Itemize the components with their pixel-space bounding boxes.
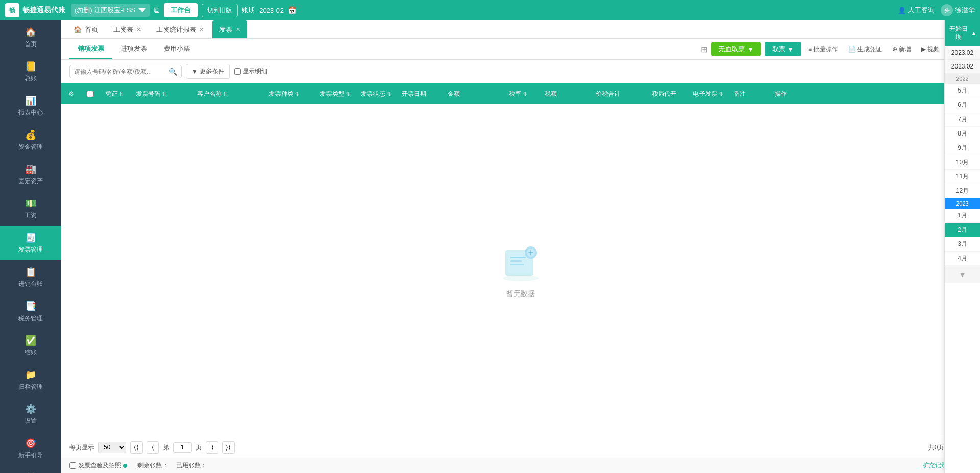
th-setting[interactable]: ⚙ <box>65 90 84 97</box>
sidebar-item-invoices[interactable]: 🧾 发票管理 <box>0 226 61 260</box>
th-total[interactable]: 价税合计 <box>593 89 649 98</box>
th-customer[interactable]: 客户名称 ⇅ <box>194 89 266 98</box>
period-month-11[interactable]: 11月 <box>945 170 980 184</box>
period-entry-2023-02-second[interactable]: 2023.02 <box>945 60 980 74</box>
page-number-input[interactable] <box>173 442 192 453</box>
period-month-6[interactable]: 6月 <box>945 98 980 112</box>
th-action[interactable]: 操作 <box>772 89 802 98</box>
tab-payroll-table-close[interactable]: ✕ <box>136 26 141 33</box>
prev-page-button[interactable]: ⟨ <box>147 441 159 454</box>
sidebar-item-guide[interactable]: 🎯 新手引导 <box>0 432 61 466</box>
period-month-12[interactable]: 12月 <box>945 184 980 198</box>
page-size-select[interactable]: 50 20 100 <box>98 442 126 453</box>
th-tax-code[interactable]: 税局代开 <box>649 89 690 98</box>
sidebar-item-ledger[interactable]: 📒 总账 <box>0 55 61 89</box>
period-panel-header[interactable]: 开始日期 ▲ <box>945 20 980 46</box>
video-button[interactable]: ▶ 视频 <box>918 43 943 56</box>
year-2022-label: 2022 <box>956 76 968 82</box>
period-month-2023-1[interactable]: 1月 <box>945 209 980 223</box>
sidebar-item-archive[interactable]: 📁 归档管理 <box>0 363 61 397</box>
workspace-button[interactable]: 工作台 <box>164 3 198 17</box>
show-detail-wrap[interactable]: 显示明细 <box>234 67 267 76</box>
period-entry-label-first: 2023.02 <box>951 49 973 56</box>
sidebar-label-settings: 设置 <box>25 417 37 425</box>
sidebar-item-payroll[interactable]: 💵 工资 <box>0 192 61 226</box>
th-date[interactable]: 开票日期 <box>399 89 445 98</box>
sidebar-item-reports[interactable]: 📊 报表中心 <box>0 89 61 123</box>
generate-voucher-button[interactable]: 📄 生成凭证 <box>845 43 885 56</box>
sub-tab-sales-invoice[interactable]: 销项发票 <box>69 39 112 59</box>
used-wrap: 已用张数： <box>176 461 207 470</box>
sidebar-item-settings[interactable]: ⚙️ 设置 <box>0 397 61 432</box>
tab-payroll-table[interactable]: 工资表 ✕ <box>106 20 148 38</box>
sidebar-item-funds[interactable]: 💰 资金管理 <box>0 123 61 157</box>
select-all-checkbox[interactable] <box>87 91 94 97</box>
th-invoice-num[interactable]: 发票号码 ⇅ <box>133 89 194 98</box>
get-invoice-button[interactable]: 取票 ▼ <box>765 42 801 56</box>
th-invoice-type[interactable]: 发票种类 ⇅ <box>266 89 317 98</box>
grid-view-icon[interactable]: ⊞ <box>701 44 707 54</box>
company-selector[interactable]: (勿删) 江西股宝-LSS <box>71 4 150 17</box>
sidebar-item-assets[interactable]: 🏭 固定资产 <box>0 157 61 192</box>
period-month-9[interactable]: 9月 <box>945 141 980 155</box>
tab-payroll-table-label: 工资表 <box>113 25 133 34</box>
sub-tab-expense-receipt[interactable]: 费用小票 <box>155 39 198 59</box>
period-month-2023-4[interactable]: 4月 <box>945 252 980 266</box>
th-checkbox[interactable] <box>84 91 102 97</box>
period-scroll-down[interactable]: ▼ <box>945 266 980 283</box>
period-month-2023-3[interactable]: 3月 <box>945 237 980 252</box>
period-month-5[interactable]: 5月 <box>945 84 980 98</box>
tab-invoices[interactable]: 发票 ✕ <box>212 20 247 38</box>
pagination-bar: 每页显示 50 20 100 ⟨⟨ ⟨ 第 页 ⟩ ⟩⟩ 共0页，0条记录 <box>61 437 980 458</box>
search-input-wrap[interactable]: 🔍 <box>69 65 182 78</box>
sidebar-label-home: 首页 <box>25 40 37 49</box>
tab-invoices-close[interactable]: ✕ <box>236 26 240 33</box>
svg-rect-3 <box>510 257 526 258</box>
period-month-2023-2[interactable]: 2月 <box>945 223 980 237</box>
th-tax[interactable]: 税额 <box>542 89 593 98</box>
show-detail-checkbox[interactable] <box>234 68 241 75</box>
next-page-button[interactable]: ⟩ <box>206 441 218 454</box>
period-panel-arrow-icon: ▲ <box>971 30 977 37</box>
th-invoice-status[interactable]: 发票状态 ⇅ <box>358 89 399 98</box>
sidebar-item-sales[interactable]: 📋 进销台账 <box>0 260 61 295</box>
batch-ops-button[interactable]: ≡ 批量操作 <box>805 43 841 56</box>
sidebar-item-tax[interactable]: 📑 税务管理 <box>0 295 61 329</box>
tab-payroll-stats[interactable]: 工资统计报表 ✕ <box>149 20 211 38</box>
new-button[interactable]: ⊕ 新增 <box>889 43 914 56</box>
th-e-invoice[interactable]: 电子发票 ⇅ <box>690 89 731 98</box>
sidebar-item-member[interactable]: 👑 畅会员 <box>0 466 61 473</box>
th-remark[interactable]: 备注 <box>731 89 772 98</box>
sub-tab-purchase-invoice[interactable]: 进项发票 <box>112 39 155 59</box>
copy-icon[interactable]: ⧉ <box>154 6 159 15</box>
filter-label: 更多条件 <box>200 67 224 76</box>
period-month-8[interactable]: 8月 <box>945 127 980 141</box>
th-tax-rate-label: 税率 <box>509 89 521 98</box>
period-month-10[interactable]: 10月 <box>945 155 980 170</box>
no-cancel-ticket-button[interactable]: 无血取票 ▼ <box>711 42 761 56</box>
period-entry-2023-02-first[interactable]: 2023.02 <box>945 46 980 60</box>
sidebar-label-ledger: 总账 <box>25 74 37 83</box>
sidebar-item-checkout[interactable]: ✅ 结账 <box>0 329 61 363</box>
tab-home[interactable]: 🏠 首页 <box>66 20 105 38</box>
th-invoice-cat[interactable]: 发票类型 ⇅ <box>317 89 358 98</box>
support-item[interactable]: 👤 人工客询 <box>898 6 935 15</box>
sidebar-label-archive: 归档管理 <box>18 382 43 391</box>
settings-icon: ⚙️ <box>25 403 36 415</box>
add-count-link[interactable]: 扩充记录 <box>923 461 947 470</box>
th-amount[interactable]: 金额 <box>445 89 506 98</box>
search-input[interactable] <box>74 68 169 75</box>
ledger-icon: 📒 <box>25 61 36 72</box>
first-page-button[interactable]: ⟨⟨ <box>130 441 143 454</box>
switch-version-button[interactable]: 切到旧版 <box>202 4 238 17</box>
period-month-7[interactable]: 7月 <box>945 112 980 127</box>
th-tax-rate[interactable]: 税率 ⇅ <box>506 89 542 98</box>
user-avatar-item[interactable]: 头 徐溢华 <box>941 4 975 16</box>
calendar-icon[interactable]: 📅 <box>288 6 296 14</box>
filter-button[interactable]: ▼ 更多条件 <box>186 64 230 79</box>
check-checkbox[interactable] <box>69 462 76 469</box>
last-page-button[interactable]: ⟩⟩ <box>222 441 235 454</box>
tab-payroll-stats-close[interactable]: ✕ <box>199 26 204 33</box>
th-voucher[interactable]: 凭证 ⇅ <box>102 89 133 98</box>
sidebar-item-home[interactable]: 🏠 首页 <box>0 20 61 55</box>
